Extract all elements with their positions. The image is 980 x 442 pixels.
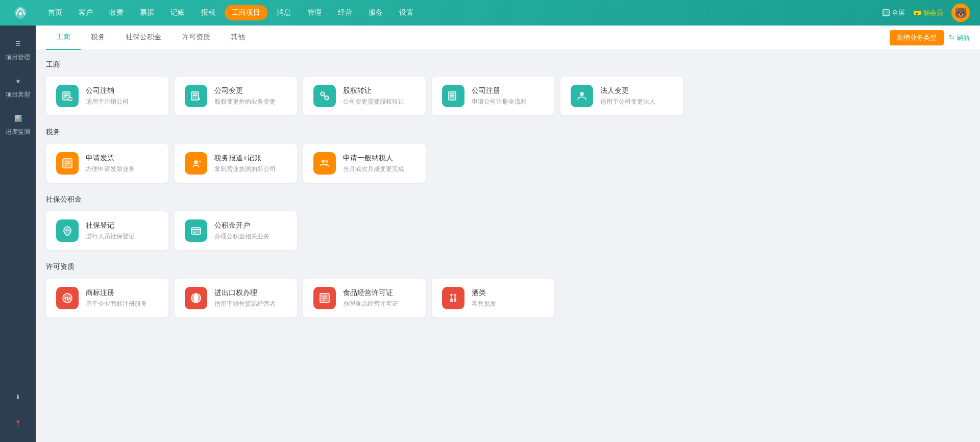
top-right-actions: 全屏 ▶ 畅会员 🐻 <box>883 4 970 22</box>
service-card-社保登记[interactable]: 社保登记 进行人员社保登记 <box>46 211 168 250</box>
liquor-icon <box>442 287 464 309</box>
sidebar: ☰ 项目管理 ★ 项目类型 📊 进度监测 ⬇📍 <box>0 26 36 442</box>
sidebar-item-进度监测[interactable]: 📊 进度监测 <box>0 105 36 142</box>
section-title-社保公积金: 社保公积金 <box>46 195 970 204</box>
card-title: 公司注销 <box>86 86 129 95</box>
tab-社保公积金[interactable]: 社保公积金 <box>115 26 172 50</box>
tab-其他[interactable]: 其他 <box>220 26 255 50</box>
svg-point-29 <box>322 160 325 163</box>
main-layout: ☰ 项目管理 ★ 项目类型 📊 进度监测 ⬇📍 工商税务社保公积金许可资质其他 … <box>0 26 980 442</box>
cards-grid-税务: 申请发票 办理申请发票业务 税务报道+记账 拿到营业执照的新公司 申请一般纳税人… <box>46 144 970 183</box>
service-card-公积金开户[interactable]: 公积金开户 办理公积金相关业务 <box>175 211 297 250</box>
refresh-button[interactable]: ↻ 刷新 <box>949 33 970 42</box>
sidebar-item-项目管理[interactable]: ☰ 项目管理 <box>0 31 36 68</box>
svg-point-22 <box>580 92 584 96</box>
service-card-酒类[interactable]: 酒类 零售批发 <box>432 279 554 317</box>
provident-fund-icon <box>185 219 207 242</box>
service-card-股权转让[interactable]: 股权转让 公司变更需要股权转让 <box>303 77 426 115</box>
equity-transfer-icon <box>313 85 336 107</box>
service-card-税务报道+记账[interactable]: 税务报道+记账 拿到营业执照的新公司 <box>175 144 297 183</box>
svg-rect-12 <box>191 92 199 100</box>
card-title: 酒类 <box>472 288 496 298</box>
card-title: 食品经营许可证 <box>343 288 398 298</box>
card-info: 公积金开户 办理公积金相关业务 <box>214 221 270 241</box>
nav-item-客户[interactable]: 客户 <box>71 5 100 20</box>
card-info: 公司注销 适用于注销公司 <box>86 86 129 106</box>
svg-text:TM: TM <box>64 296 71 301</box>
nav-item-经营[interactable]: 经营 <box>331 5 359 20</box>
service-card-进出口权办理[interactable]: 进出口权办理 适用于对外贸易经营者 <box>175 279 297 317</box>
tab-许可资质[interactable]: 许可资质 <box>172 26 220 50</box>
card-title: 税务报道+记账 <box>214 154 276 163</box>
scroll-content[interactable]: 工商 公司注销 适用于注销公司 公司变更 股权变更外的业务变更 股权转让 公 <box>36 50 980 442</box>
tabs-actions: 新增业务类型 ↻ 刷新 <box>890 30 970 45</box>
svg-point-27 <box>194 160 198 164</box>
nav-item-报税[interactable]: 报税 <box>194 5 223 20</box>
nav-item-设置[interactable]: 设置 <box>392 5 421 20</box>
card-info: 食品经营许可证 办理食品经营许可证 <box>343 288 398 308</box>
card-info: 进出口权办理 适用于对外贸易经营者 <box>214 288 276 308</box>
cards-grid-工商: 公司注销 适用于注销公司 公司变更 股权变更外的业务变更 股权转让 公司变更需要… <box>46 77 970 115</box>
service-card-公司注册[interactable]: 公司注册 申请公司注册全流程 <box>432 77 554 115</box>
nav-item-管理[interactable]: 管理 <box>300 5 329 20</box>
svg-text:▶: ▶ <box>916 12 918 15</box>
card-title: 公司注册 <box>472 86 527 95</box>
card-desc: 适用于注销公司 <box>86 97 129 106</box>
svg-rect-31 <box>191 228 201 234</box>
svg-rect-46 <box>454 294 456 296</box>
section-许可资质: 许可资质 TM 商标注册 用于企业商标注册服务 进出口权办理 适用于对外贸易经营… <box>46 262 970 317</box>
download-icon[interactable]: ⬇ <box>0 384 36 410</box>
service-card-申请一般纳税人[interactable]: 申请一般纳税人 当月或次月成变更完成 <box>303 144 426 183</box>
service-card-食品经营许可证[interactable]: 食品经营许可证 办理食品经营许可证 <box>303 279 426 317</box>
nav-item-首页[interactable]: 首页 <box>41 5 69 20</box>
svg-rect-45 <box>450 294 453 296</box>
nav-item-消息[interactable]: 消息 <box>270 5 298 20</box>
card-desc: 适用于对外贸易经营者 <box>214 300 276 308</box>
legal-change-icon <box>571 85 593 107</box>
card-title: 商标注册 <box>86 288 147 298</box>
location-icon[interactable]: 📍 <box>0 410 36 437</box>
card-title: 公司变更 <box>214 86 276 95</box>
nav-item-票据[interactable]: 票据 <box>133 5 161 20</box>
sidebar-label: 进度监测 <box>6 128 30 136</box>
content-area: 工商税务社保公积金许可资质其他 新增业务类型 ↻ 刷新 工商 公司注销 适用于注… <box>36 26 980 442</box>
section-title-许可资质: 许可资质 <box>46 262 970 272</box>
new-type-button[interactable]: 新增业务类型 <box>890 30 944 45</box>
sidebar-label: 项目管理 <box>6 53 30 62</box>
monitor-icon: 📊 <box>11 111 25 126</box>
svg-point-16 <box>325 96 329 100</box>
vip-button[interactable]: ▶ 畅会员 <box>913 8 943 17</box>
service-card-公司变更[interactable]: 公司变更 股权变更外的业务变更 <box>175 77 297 115</box>
nav-item-收费[interactable]: 收费 <box>102 5 131 20</box>
card-desc: 办理食品经营许可证 <box>343 300 398 308</box>
section-title-税务: 税务 <box>46 128 970 137</box>
nav-item-记账[interactable]: 记账 <box>163 5 192 20</box>
service-card-申请发票[interactable]: 申请发票 办理申请发票业务 <box>46 144 168 183</box>
app-logo <box>10 3 31 23</box>
company-register-icon <box>442 85 464 107</box>
tab-工商[interactable]: 工商 <box>46 26 81 50</box>
general-taxpayer-icon <box>313 152 336 175</box>
card-title: 进出口权办理 <box>214 288 276 298</box>
tab-税务[interactable]: 税务 <box>81 26 115 50</box>
section-title-工商: 工商 <box>46 60 970 69</box>
card-info: 商标注册 用于企业商标注册服务 <box>86 288 147 308</box>
card-desc: 公司变更需要股权转让 <box>343 97 404 106</box>
card-desc: 办理申请发票业务 <box>86 165 135 174</box>
company-cancel-icon <box>56 85 79 107</box>
section-工商: 工商 公司注销 适用于注销公司 公司变更 股权变更外的业务变更 股权转让 公 <box>46 60 970 115</box>
nav-item-工商项目[interactable]: 工商项目 <box>225 5 267 20</box>
section-税务: 税务 申请发票 办理申请发票业务 税务报道+记账 拿到营业执照的新公司 申请一般… <box>46 128 970 183</box>
svg-point-15 <box>321 92 325 96</box>
service-card-法人变更[interactable]: 法人变更 适用于公司变更法人 <box>560 77 683 115</box>
card-title: 社保登记 <box>86 221 135 230</box>
section-社保公积金: 社保公积金 社保登记 进行人员社保登记 公积金开户 办理公积金相关业务 <box>46 195 970 250</box>
service-card-商标注册[interactable]: TM 商标注册 用于企业商标注册服务 <box>46 279 168 317</box>
card-info: 公司变更 股权变更外的业务变更 <box>214 86 276 106</box>
service-card-公司注销[interactable]: 公司注销 适用于注销公司 <box>46 77 168 115</box>
card-title: 申请一般纳税人 <box>343 154 404 163</box>
sidebar-item-项目类型[interactable]: ★ 项目类型 <box>0 68 36 105</box>
nav-item-服务[interactable]: 服务 <box>361 5 390 20</box>
company-change-icon <box>185 85 207 107</box>
fullscreen-button[interactable]: 全屏 <box>883 8 905 17</box>
